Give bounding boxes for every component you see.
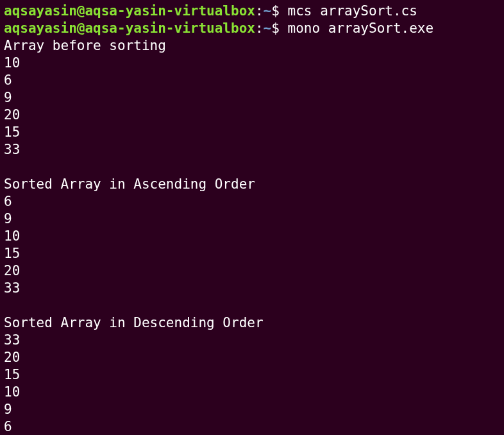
output-value: 10 [4,228,500,245]
command-text-2: mono arraySort.exe [288,21,434,36]
user-host: aqsayasin@aqsa-yasin-virtualbox [4,21,255,36]
output-value: 15 [4,124,500,141]
path: ~ [264,3,272,19]
output-desc-title: Sorted Array in Descending Order [4,314,500,332]
output-value: 6 [4,193,500,210]
output-value: 9 [4,89,500,107]
output-value: 6 [4,72,500,89]
colon: : [255,3,264,19]
output-value: 20 [4,262,500,280]
dollar: $ [271,21,280,36]
command-text-1: mcs arraySort.cs [288,3,417,19]
output-value: 20 [4,349,500,366]
prompt-line-1[interactable]: aqsayasin@aqsa-yasin-virtualbox:~$ mcs a… [4,3,500,20]
output-value: 33 [4,280,500,297]
command-1 [280,3,288,19]
output-value: 6 [4,418,500,435]
output-value: 9 [4,401,500,418]
dollar: $ [271,3,280,19]
colon: : [255,21,264,36]
output-before-title: Array before sorting [4,37,500,55]
path: ~ [264,21,272,36]
output-asc-title: Sorted Array in Ascending Order [4,176,500,193]
blank-line [4,297,500,314]
blank-line [4,158,500,176]
output-value: 15 [4,245,500,262]
output-value: 33 [4,141,500,158]
user-host: aqsayasin@aqsa-yasin-virtualbox [4,3,255,19]
output-value: 33 [4,332,500,349]
prompt-line-2[interactable]: aqsayasin@aqsa-yasin-virtualbox:~$ mono … [4,20,500,37]
output-value: 20 [4,107,500,124]
output-value: 10 [4,55,500,72]
output-value: 15 [4,366,500,384]
output-value: 10 [4,384,500,401]
command-2 [280,21,288,36]
output-value: 9 [4,210,500,228]
